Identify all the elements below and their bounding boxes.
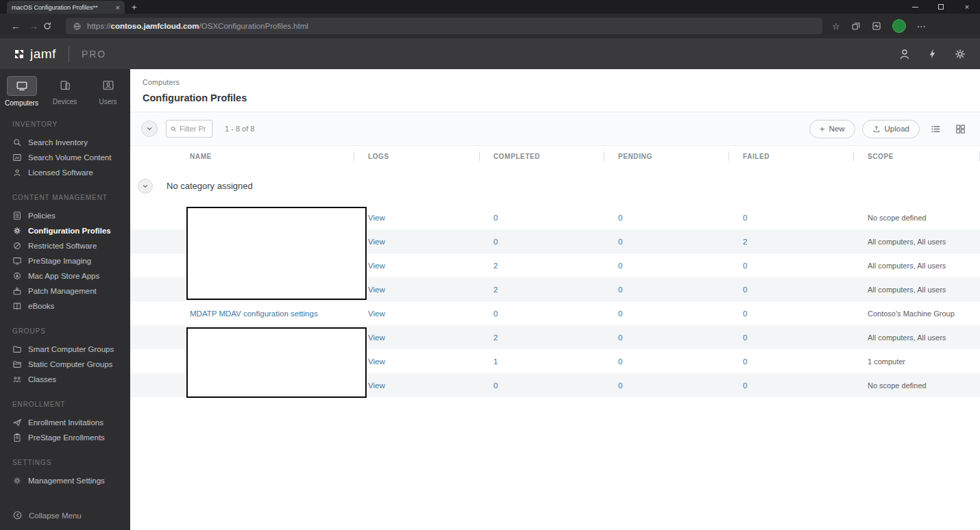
- tab-close-icon[interactable]: ×: [112, 3, 120, 12]
- list-view-button[interactable]: [927, 120, 944, 138]
- collapse-menu-button[interactable]: Collapse Menu: [12, 510, 82, 520]
- window-minimize-button[interactable]: [902, 0, 928, 14]
- failed-count[interactable]: 0: [743, 286, 747, 294]
- column-header-failed[interactable]: FAILED: [729, 146, 854, 166]
- logs-view-link[interactable]: View: [368, 238, 385, 246]
- collections-icon[interactable]: [851, 21, 861, 31]
- sidebar-item-search-volume-content[interactable]: Search Volume Content: [0, 150, 130, 165]
- pending-count[interactable]: 0: [618, 333, 622, 342]
- site-info-icon[interactable]: [73, 22, 82, 31]
- grid-view-button[interactable]: [951, 120, 969, 138]
- logs-view-link[interactable]: View: [368, 310, 385, 318]
- pending-count[interactable]: 0: [618, 262, 622, 270]
- redaction-box-1: [186, 207, 367, 300]
- completed-count[interactable]: 1: [493, 357, 498, 366]
- new-tab-button[interactable]: +: [125, 2, 144, 14]
- sidebar-item-management-settings[interactable]: Management Settings: [0, 473, 130, 488]
- sidebar-item-policies[interactable]: Policies: [0, 208, 130, 223]
- context-tab-users[interactable]: Users: [86, 76, 130, 107]
- upload-button[interactable]: Upload: [862, 120, 920, 138]
- pending-count[interactable]: 0: [618, 357, 622, 366]
- column-header-logs[interactable]: LOGS: [354, 146, 480, 166]
- main-content: Computers Configuration Profiles 1 - 8 o…: [130, 69, 980, 530]
- logs-view-link[interactable]: View: [368, 333, 385, 342]
- sidebar-item-prestage-enrollments[interactable]: PreStage Enrollments: [0, 430, 130, 445]
- back-button[interactable]: ←: [7, 21, 25, 31]
- address-bar[interactable]: https://contoso.jamfcloud.com/OSXConfigu…: [66, 18, 822, 34]
- completed-count[interactable]: 0: [493, 238, 498, 246]
- url-path: /OSXConfigurationProfiles.html: [199, 22, 308, 30]
- sidebar-item-search-inventory[interactable]: Search Inventory: [0, 135, 130, 150]
- group-collapse-button[interactable]: [138, 179, 153, 194]
- failed-count[interactable]: 0: [743, 214, 747, 222]
- browser-essentials-icon[interactable]: [872, 21, 881, 31]
- sidebar-item-restricted-software[interactable]: Restricted Software: [0, 238, 130, 253]
- prestage-imaging-icon: [12, 256, 22, 266]
- logs-view-link[interactable]: View: [368, 381, 385, 390]
- sidebar-item-configuration-profiles[interactable]: Configuration Profiles: [0, 223, 130, 238]
- profile-name-link[interactable]: MDATP MDAV configuration settings: [190, 310, 318, 318]
- column-header-pending[interactable]: PENDING: [604, 146, 729, 166]
- sidebar-item-patch-management[interactable]: Patch Management: [0, 283, 130, 299]
- settings-gear-icon[interactable]: [954, 48, 966, 60]
- completed-count[interactable]: 0: [493, 214, 498, 222]
- licensed-software-icon: [12, 168, 22, 177]
- sidebar-item-label: Restricted Software: [28, 242, 97, 250]
- sidebar-item-label: Mac App Store Apps: [28, 272, 99, 280]
- sidebar-item-classes[interactable]: Classes: [0, 372, 130, 387]
- pending-count[interactable]: 0: [618, 286, 622, 294]
- new-button[interactable]: + New: [809, 120, 855, 138]
- logs-view-link[interactable]: View: [368, 357, 385, 366]
- logs-view-link[interactable]: View: [368, 214, 385, 222]
- logs-view-link[interactable]: View: [368, 262, 385, 270]
- failed-count[interactable]: 0: [743, 310, 747, 318]
- notifications-icon[interactable]: [927, 48, 938, 60]
- sidebar-item-ebooks[interactable]: eBooks: [0, 299, 130, 314]
- failed-count[interactable]: 0: [743, 357, 747, 366]
- section-title-groups: GROUPS: [12, 327, 130, 335]
- context-tab-devices[interactable]: Devices: [43, 76, 86, 107]
- favorites-star-icon[interactable]: ☆: [832, 21, 840, 31]
- window-close-button[interactable]: ×: [954, 0, 980, 14]
- brand-name: jamf: [30, 47, 56, 62]
- collapse-filter-button[interactable]: [141, 121, 158, 137]
- forward-button[interactable]: →: [25, 21, 42, 31]
- sidebar-item-mac-app-store-apps[interactable]: Mac App Store Apps: [0, 268, 130, 283]
- failed-count[interactable]: 2: [743, 238, 747, 246]
- profile-avatar[interactable]: [892, 19, 906, 33]
- column-header-completed[interactable]: COMPLETED: [480, 146, 604, 166]
- completed-count[interactable]: 0: [493, 381, 498, 390]
- browser-tab[interactable]: macOS Configuration Profiles** ×: [7, 1, 125, 14]
- context-tab-computers[interactable]: Computers: [0, 76, 43, 107]
- completed-count[interactable]: 2: [493, 333, 498, 342]
- window-maximize-button[interactable]: [928, 0, 954, 14]
- column-header-name[interactable]: NAME: [130, 146, 354, 166]
- sidebar-item-static-computer-groups[interactable]: Static Computer Groups: [0, 357, 130, 372]
- smart-groups-icon: [12, 344, 22, 354]
- sidebar-item-smart-computer-groups[interactable]: Smart Computer Groups: [0, 342, 130, 357]
- pending-count[interactable]: 0: [618, 238, 622, 246]
- pending-count[interactable]: 0: [618, 310, 622, 318]
- completed-count[interactable]: 2: [493, 262, 498, 270]
- pending-count[interactable]: 0: [618, 214, 622, 222]
- sidebar-item-prestage-imaging[interactable]: PreStage Imaging: [0, 253, 130, 268]
- patch-management-icon: [12, 286, 22, 296]
- sidebar-item-licensed-software[interactable]: Licensed Software: [0, 165, 130, 180]
- logs-view-link[interactable]: View: [368, 286, 385, 294]
- pending-count[interactable]: 0: [618, 381, 622, 390]
- failed-count[interactable]: 0: [743, 262, 747, 270]
- sidebar-item-enrollment-invitations[interactable]: Enrollment Invitations: [0, 415, 130, 430]
- browser-menu-icon[interactable]: ⋯: [917, 21, 926, 31]
- failed-count[interactable]: 0: [743, 381, 747, 390]
- toolbar-actions: + New Upload: [809, 120, 969, 138]
- filter-input[interactable]: [180, 125, 208, 133]
- failed-count[interactable]: 0: [743, 333, 747, 342]
- account-icon[interactable]: [898, 48, 911, 60]
- sidebar-item-label: Smart Computer Groups: [28, 345, 114, 353]
- plus-icon: +: [820, 124, 825, 134]
- url-host: contoso.jamfcloud.com: [111, 22, 199, 30]
- column-header-scope[interactable]: SCOPE: [854, 146, 980, 166]
- completed-count[interactable]: 2: [493, 286, 498, 294]
- completed-count[interactable]: 0: [493, 310, 498, 318]
- reload-button[interactable]: [42, 21, 60, 31]
